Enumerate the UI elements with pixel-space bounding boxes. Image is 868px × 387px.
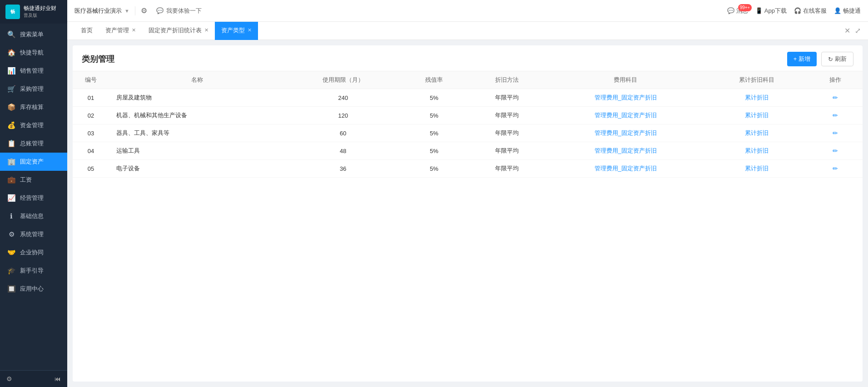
sidebar-item-label: 快捷导航 [20, 49, 44, 57]
user-label: 畅捷通 [843, 7, 861, 15]
messages-icon: 💬 [727, 7, 734, 14]
capital-icon: 💰 [7, 121, 15, 129]
sidebar-item-general-ledger[interactable]: 📋 总账管理 [0, 134, 67, 153]
logo-name: 畅捷通好业财 [24, 5, 56, 12]
sidebar-item-enterprise[interactable]: 🤝 企业协同 [0, 243, 67, 262]
feedback-button[interactable]: 💬 我要体验一下 [156, 7, 202, 15]
window-close-icon[interactable]: ✕ [844, 26, 850, 35]
cell-method: 年限平均 [467, 107, 546, 124]
cell-accumulated: 累计折旧 [705, 89, 808, 107]
tab-asset-type[interactable]: 资产类型 ✕ [215, 22, 258, 40]
sidebar-item-label: 总账管理 [20, 139, 44, 148]
table-header-row: 编号 名称 使用期限（月） 残值率 折旧方法 费用科目 累计折旧科目 操作 [73, 71, 863, 89]
tab-asset-type-label: 资产类型 [221, 26, 245, 35]
sidebar-bottom: ⚙ ⏮ [0, 370, 67, 387]
user-icon: 👤 [834, 7, 841, 14]
cell-residual: 5% [401, 142, 467, 160]
online-service-action[interactable]: 🎧 在线客服 [794, 7, 827, 15]
cell-expense: 管理费用_固定资产折旧 [546, 107, 705, 124]
edit-icon[interactable]: ✏ [833, 94, 838, 101]
app-download-label: App下载 [764, 7, 787, 15]
edit-icon[interactable]: ✏ [833, 147, 838, 154]
col-expense: 费用科目 [546, 71, 705, 89]
user-action[interactable]: 👤 畅捷通 [834, 7, 861, 15]
info-icon: ℹ [7, 212, 15, 220]
messages-action[interactable]: 💬 消息 99+ [727, 7, 748, 15]
edit-icon[interactable]: ✏ [833, 112, 838, 119]
sidebar-item-search[interactable]: 🔍 搜索菜单 [0, 25, 67, 44]
app-download-action[interactable]: 📱 App下载 [755, 7, 787, 15]
sidebar-item-app-center[interactable]: 🔲 应用中心 [0, 280, 67, 298]
cell-months: 120 [285, 107, 401, 124]
sidebar-item-basic-info[interactable]: ℹ 基础信息 [0, 207, 67, 225]
sidebar-item-purchase[interactable]: 🛒 采购管理 [0, 80, 67, 98]
col-name: 名称 [109, 71, 285, 89]
refresh-label: 刷新 [835, 55, 847, 63]
cell-accumulated: 累计折旧 [705, 107, 808, 124]
table-row: 05 电子设备 36 5% 年限平均 管理费用_固定资产折旧 累计折旧 ✏ [73, 160, 863, 178]
sidebar-item-quick-nav[interactable]: 🏠 快捷导航 [0, 44, 67, 62]
cell-id: 05 [73, 160, 109, 178]
col-id: 编号 [73, 71, 109, 89]
content-header: 类别管理 + 新增 ↻ 刷新 [73, 45, 863, 71]
sidebar-item-beginner[interactable]: 🎓 新手引导 [0, 262, 67, 280]
cell-expense: 管理费用_固定资产折旧 [546, 142, 705, 160]
sidebar-item-label: 工资 [20, 176, 32, 184]
topbar-divider [135, 6, 135, 15]
module-selector[interactable]: 医疗器械行业演示 ▼ [74, 7, 129, 15]
headset-icon: 🎧 [794, 7, 801, 14]
sidebar-item-fixed-assets[interactable]: 🏢 固定资产 [0, 153, 67, 171]
sidebar-item-label: 采购管理 [20, 85, 44, 93]
tab-home[interactable]: 首页 [74, 22, 99, 40]
cell-name: 房屋及建筑物 [109, 89, 285, 107]
sidebar-item-inventory[interactable]: 📦 库存核算 [0, 98, 67, 116]
content-area: 类别管理 + 新增 ↻ 刷新 编号 名称 使用期限（月） 残值率 折旧方法 [73, 45, 863, 382]
sidebar-item-label: 固定资产 [20, 158, 44, 166]
feedback-label: 我要体验一下 [166, 7, 202, 15]
cell-id: 02 [73, 107, 109, 124]
cell-name: 运输工具 [109, 142, 285, 160]
window-expand-icon[interactable]: ⤢ [855, 26, 861, 35]
settings-bottom-icon[interactable]: ⚙ [6, 375, 12, 382]
tab-fixed-asset-depreciation[interactable]: 固定资产折旧统计表 ✕ [142, 22, 215, 40]
edit-icon[interactable]: ✏ [833, 129, 838, 137]
new-button[interactable]: + 新增 [787, 52, 817, 66]
sidebar: 畅 畅捷通好业财 普及版 🔍 搜索菜单 🏠 快捷导航 📊 销售管理 🛒 采购管理… [0, 0, 67, 387]
operations-icon: 📈 [7, 194, 15, 202]
sidebar-item-capital[interactable]: 💰 资金管理 [0, 116, 67, 134]
cell-action[interactable]: ✏ [808, 142, 863, 160]
cell-accumulated: 累计折旧 [705, 124, 808, 142]
tab-asset-management[interactable]: 资产管理 ✕ [99, 22, 142, 40]
cell-action[interactable]: ✏ [808, 107, 863, 124]
building-icon: 🏢 [7, 158, 15, 166]
tab-fixed-asset-depreciation-close[interactable]: ✕ [204, 28, 208, 33]
cell-residual: 5% [401, 124, 467, 142]
sales-icon: 📊 [7, 67, 15, 75]
beginner-icon: 🎓 [7, 267, 15, 275]
cell-id: 01 [73, 89, 109, 107]
table-row: 01 房屋及建筑物 240 5% 年限平均 管理费用_固定资产折旧 累计折旧 ✏ [73, 89, 863, 107]
tab-asset-management-close[interactable]: ✕ [132, 28, 136, 33]
refresh-button[interactable]: ↻ 刷新 [821, 52, 853, 66]
cell-action[interactable]: ✏ [808, 160, 863, 178]
sidebar-item-operations[interactable]: 📈 经营管理 [0, 189, 67, 207]
topbar-settings-icon[interactable]: ⚙ [141, 6, 147, 15]
col-action: 操作 [808, 71, 863, 89]
cell-action[interactable]: ✏ [808, 89, 863, 107]
sidebar-item-sales[interactable]: 📊 销售管理 [0, 62, 67, 80]
cell-method: 年限平均 [467, 124, 546, 142]
sidebar-item-system[interactable]: ⚙ 系统管理 [0, 225, 67, 243]
cell-months: 36 [285, 160, 401, 178]
tab-asset-type-close[interactable]: ✕ [248, 28, 252, 33]
sidebar-item-label: 系统管理 [20, 230, 44, 238]
cell-method: 年限平均 [467, 160, 546, 178]
sidebar-item-salary[interactable]: 💼 工资 [0, 171, 67, 189]
cell-action[interactable]: ✏ [808, 124, 863, 142]
collapse-icon[interactable]: ⏮ [55, 375, 61, 382]
edit-icon[interactable]: ✏ [833, 165, 838, 172]
cell-residual: 5% [401, 89, 467, 107]
sidebar-item-label: 应用中心 [20, 285, 44, 293]
col-accumulated: 累计折旧科目 [705, 71, 808, 89]
tab-home-label: 首页 [81, 26, 93, 35]
table-container: 编号 名称 使用期限（月） 残值率 折旧方法 费用科目 累计折旧科目 操作 01… [73, 71, 863, 382]
